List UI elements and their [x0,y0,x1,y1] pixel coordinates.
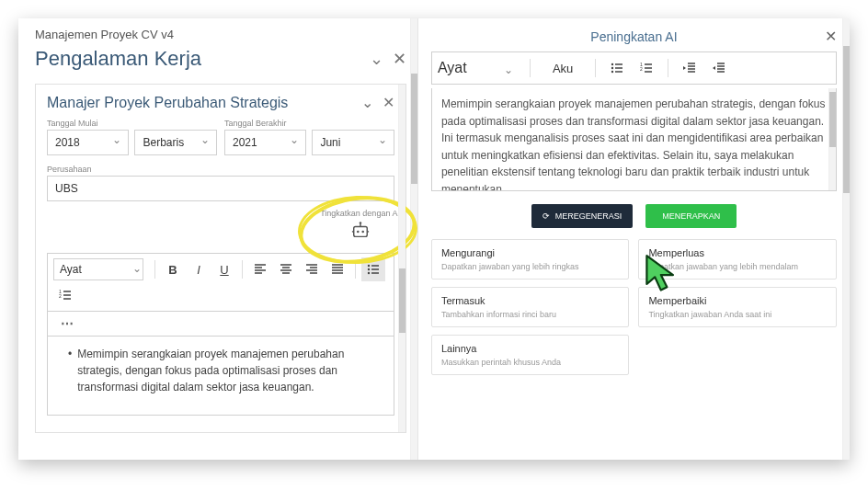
end-year-select[interactable]: 2021 [224,130,306,155]
robot-icon[interactable] [320,222,400,245]
left-editor-pane: Manajemen Proyek CV v4 Pengalaman Kerja … [18,18,417,460]
bold-button[interactable]: B [161,257,185,281]
end-month-select[interactable]: Juni [312,130,394,155]
align-justify-button[interactable] [326,257,349,281]
refresh-icon: ⟳ [542,211,550,221]
collapse-card-icon[interactable]: ⌄ [361,94,373,111]
card-scrollbar[interactable] [398,85,405,432]
close-card-icon[interactable]: ✕ [383,94,394,111]
svg-point-12 [611,63,613,65]
improve-card[interactable]: Memperbaiki Tingkatkan jawaban Anda saat… [638,287,837,327]
svg-point-4 [359,222,360,223]
start-year-select[interactable]: 2018 [47,130,129,155]
ai-numbered-list-button[interactable]: 12 [634,56,658,80]
apply-button[interactable]: MENERAPKAN [645,204,737,228]
include-card[interactable]: Termasuk Tambahkan informasi rinci baru [431,287,630,327]
company-input[interactable] [47,176,394,201]
italic-button[interactable]: I [187,257,211,281]
left-scrollbar[interactable] [410,18,417,460]
section-title: Pengalaman Kerja [35,47,201,71]
close-ai-panel-icon[interactable]: ✕ [825,28,837,45]
start-date-label: Tanggal Mulai [47,119,217,128]
ai-panel-title: Peningkatan AI [590,29,677,44]
bullet-list-button[interactable] [361,257,385,281]
ai-text-scrollbar[interactable] [828,88,836,190]
numbered-list-button[interactable]: 12 [53,283,77,307]
align-right-button[interactable] [300,257,324,281]
svg-point-7 [368,265,370,267]
ai-enhance-panel: Peningkatan AI ✕ Ayat Aku 12 [417,18,850,460]
ai-generated-text[interactable]: Memimpin serangkaian proyek manajemen pe… [431,88,837,191]
ai-toolbar: Ayat Aku 12 [431,51,837,85]
ai-enhance-label: Tingkatkan dengan AI [320,209,400,218]
ai-token-text[interactable]: Aku [540,62,586,75]
close-section-icon[interactable]: ✕ [393,49,406,69]
ai-style-select[interactable]: Ayat [438,60,520,76]
paragraph-style-select[interactable]: Ayat [53,258,143,280]
reduce-card[interactable]: Mengurangi Dapatkan jawaban yang lebih r… [431,239,630,280]
card-title: Manajer Proyek Perubahan Strategis [47,95,288,111]
end-date-label: Tanggal Berakhir [224,119,394,128]
svg-point-2 [361,231,364,234]
start-month-select[interactable]: Berbaris [134,130,216,155]
other-card[interactable]: Lainnya Masukkan perintah khusus Anda [431,335,630,375]
outdent-button[interactable] [678,56,702,80]
ai-bullet-list-button[interactable] [605,56,629,80]
company-label: Perusahaan [47,165,394,174]
collapse-section-icon[interactable]: ⌄ [370,49,383,69]
svg-point-8 [368,268,370,270]
regenerate-button[interactable]: ⟳ MEREGENERASI [531,204,634,228]
align-left-button[interactable] [248,257,272,281]
svg-point-14 [611,71,613,73]
svg-rect-0 [353,226,367,236]
editor-toolbar: Ayat B I U [47,253,394,312]
more-toolbar-button[interactable]: ⋯ [55,314,80,333]
editor-body[interactable]: Memimpin serangkaian proyek manajemen pe… [47,337,394,416]
experience-card: Manajer Proyek Perubahan Strategis ⌄ ✕ T… [35,84,406,433]
editor-bullet-text: Memimpin serangkaian proyek manajemen pe… [77,346,383,395]
svg-point-1 [357,231,360,234]
breadcrumb: Manajemen Proyek CV v4 [35,28,406,41]
svg-point-9 [368,272,370,274]
indent-button[interactable] [707,56,731,80]
right-scrollbar[interactable] [842,18,850,460]
svg-point-13 [611,67,613,69]
svg-text:2: 2 [59,293,62,299]
align-center-button[interactable] [274,257,298,281]
svg-text:2: 2 [640,66,643,72]
expand-card[interactable]: Memperluas Dapatkan jawaban yang lebih m… [638,239,837,280]
underline-button[interactable]: U [212,257,236,281]
